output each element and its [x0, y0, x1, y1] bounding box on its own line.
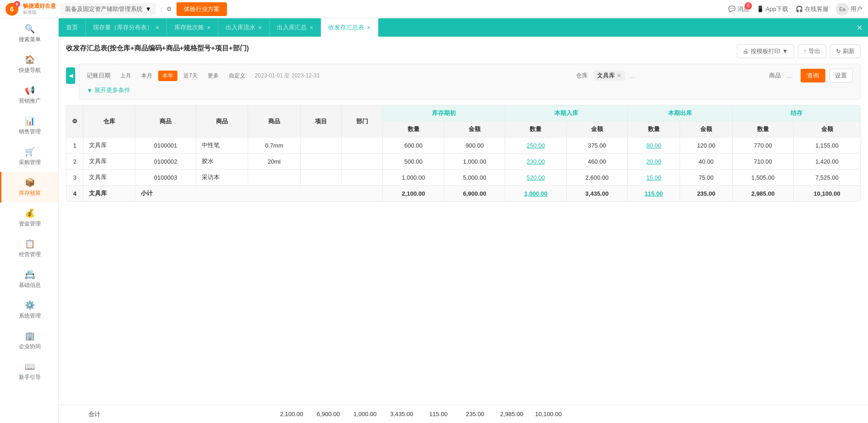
expand-more-btn[interactable]: ▼ 展开更多条件 — [87, 86, 853, 94]
row-close-qty: 1,505.00 — [732, 170, 793, 186]
date-btn-this-month[interactable]: 本月 — [137, 71, 156, 81]
row-out-amt: 75.00 — [680, 170, 732, 186]
row-in-qty[interactable]: 520.00 — [505, 170, 566, 186]
row-close-amt: 7,525.00 — [794, 170, 860, 186]
online-service-item[interactable]: 🎧 在线客服 — [796, 5, 829, 13]
sidebar-item-sales[interactable]: 📊 销售管理 — [0, 110, 58, 141]
sidebar-item-finance[interactable]: 💰 资金管理 — [0, 203, 58, 233]
sidebar-label-basic-info: 基础信息 — [19, 281, 41, 289]
sidebar-item-search[interactable]: 🔍 搜索菜单 — [0, 18, 58, 49]
subtotal-in-qty[interactable]: 1,000.00 — [505, 186, 566, 202]
user-item[interactable]: Ea 用户 — [836, 3, 862, 16]
tab-inout-summary[interactable]: 出入库汇总 ✕ — [270, 18, 321, 37]
subtotal-close-amt: 10,100.00 — [794, 186, 860, 202]
row-spec — [248, 170, 300, 186]
tab-home[interactable]: 首页 — [59, 18, 86, 37]
sidebar-label-sales: 销售管理 — [19, 128, 41, 136]
gear-icon[interactable]: ⚙ — [166, 5, 172, 12]
page-content: 收发存汇总表(按仓库+商品编码+商品+规格型号+项目+部门) 🖨 按模板打印 ▼… — [59, 37, 868, 405]
col-closing-header: 结存 — [732, 105, 860, 121]
filter-collapse[interactable]: ◀ — [66, 64, 75, 99]
close-icon[interactable]: ✕ — [258, 25, 262, 30]
warehouse-dots[interactable]: ... — [630, 72, 636, 79]
row-open-qty: 600.00 — [383, 137, 444, 154]
sidebar-item-enterprise[interactable]: 🏢 企业协同 — [0, 325, 58, 356]
row-out-qty[interactable]: 15.00 — [628, 170, 680, 186]
system-selector[interactable]: 装备及固定资产辅助管理系统 ▼ — [61, 3, 156, 15]
close-icon[interactable]: ✕ — [367, 25, 370, 30]
col-goods-code-header: 商品 — [135, 105, 196, 137]
tab-batch-ledger[interactable]: 库存批次账 ✕ — [167, 18, 218, 37]
row-no: 2 — [66, 154, 83, 170]
row-project — [300, 137, 342, 154]
row-in-qty[interactable]: 250.00 — [505, 137, 566, 154]
sidebar-item-guide[interactable]: 📖 新手引导 — [0, 356, 58, 387]
sidebar-item-purchase[interactable]: 🛒 采购管理 — [0, 141, 58, 172]
warehouse-tag[interactable]: 文具库 ✕ — [593, 71, 625, 81]
row-dept — [342, 170, 383, 186]
row-out-qty[interactable]: 80.00 — [628, 137, 680, 154]
avatar: Ea — [836, 3, 849, 16]
filter-row: 记账日期 上月 本月 本年 近7天 更多 自定义 2023-01-01 至 20… — [87, 69, 853, 82]
trial-button[interactable]: 体验行业方案 — [177, 2, 227, 16]
row-open-amt: 900.00 — [444, 137, 505, 154]
building-icon: 🏢 — [25, 331, 35, 341]
subtotal-in-amt: 3,435.00 — [566, 186, 627, 202]
sidebar-item-system[interactable]: ⚙️ 系统管理 — [0, 295, 58, 325]
subtotal-out-qty[interactable]: 115.00 — [628, 186, 680, 202]
main-layout: 🔍 搜索菜单 🏠 快捷导航 📢 营销推广 📊 销售管理 🛒 采购管理 📦 库存核… — [0, 18, 868, 423]
row-spec: 0.7mm — [248, 137, 300, 154]
top-bar-right: 💬 消息 6 📱 App下载 🎧 在线客服 Ea 用户 — [728, 3, 862, 16]
row-out-amt: 40.00 — [680, 154, 732, 170]
col-goods-name-header: 商品 — [196, 105, 248, 137]
tab-home-label: 首页 — [66, 23, 78, 32]
footer-bar: 合计 2,100.00 6,900.00 1,000.00 3,435.00 1… — [59, 405, 868, 423]
app-subtitle: 畅捷通好生意 — [23, 3, 56, 9]
query-button[interactable]: 查询 — [801, 69, 825, 82]
app-download-item[interactable]: 📱 App下载 — [757, 5, 788, 13]
goods-dots[interactable]: ... — [786, 72, 791, 79]
tab-receive-summary[interactable]: 收发存汇总表 ✕ — [321, 18, 378, 37]
tab-bar-close-btn[interactable]: ✕ — [851, 23, 868, 32]
subtotal-open-amt: 6,900.00 — [444, 186, 505, 202]
remove-warehouse-icon[interactable]: ✕ — [617, 72, 621, 79]
close-icon[interactable]: ✕ — [155, 25, 159, 30]
date-btn-last-month[interactable]: 上月 — [116, 71, 135, 81]
print-button[interactable]: 🖨 按模板打印 ▼ — [737, 44, 794, 58]
message-item[interactable]: 💬 消息 6 — [728, 5, 749, 13]
tab-inout-flow[interactable]: 出入库流水 ✕ — [218, 18, 270, 37]
tab-bar: 首页 现存量（库存分布表） ✕ 库存批次账 ✕ 出入库流水 ✕ 出入库汇总 ✕ … — [59, 18, 868, 37]
date-btn-7days[interactable]: 近7天 — [179, 71, 202, 81]
row-project — [300, 170, 342, 186]
row-dept — [342, 154, 383, 170]
sidebar-item-basic-info[interactable]: 📇 基础信息 — [0, 264, 58, 295]
tab-inventory-dist[interactable]: 现存量（库存分布表） ✕ — [86, 18, 167, 37]
refresh-button[interactable]: ↻ 刷新 — [830, 44, 861, 58]
close-icon[interactable]: ✕ — [310, 25, 313, 30]
headset-icon: 🎧 — [796, 5, 803, 12]
row-name: 采访本 — [196, 170, 248, 186]
clipboard-icon: 📋 — [25, 239, 35, 249]
date-btn-custom[interactable]: 自定义 — [225, 71, 249, 81]
refresh-icon: ↻ — [836, 48, 841, 55]
date-btn-this-year[interactable]: 本年 — [158, 71, 177, 81]
sidebar-item-marketing[interactable]: 📢 营销推广 — [0, 80, 58, 110]
sidebar-label-finance: 资金管理 — [19, 220, 41, 228]
col-project-header: 项目 — [300, 105, 342, 137]
date-btn-more[interactable]: 更多 — [204, 71, 223, 81]
export-button[interactable]: ↑ 导出 — [798, 44, 827, 58]
col-out-amt: 金额 — [680, 121, 732, 137]
sidebar-item-operations[interactable]: 📋 经营管理 — [0, 233, 58, 264]
export-icon: ↑ — [804, 48, 807, 55]
close-icon[interactable]: ✕ — [207, 25, 210, 30]
search-icon: 🔍 — [25, 24, 35, 34]
settings-button[interactable]: 设置 — [829, 69, 853, 82]
expand-icon: ▼ — [87, 87, 93, 94]
sidebar-item-inventory[interactable]: 📦 库存核算 — [0, 172, 58, 203]
row-close-amt: 1,155.00 — [794, 137, 860, 154]
row-out-qty[interactable]: 20.00 — [628, 154, 680, 170]
col-open-qty: 数量 — [383, 121, 444, 137]
money-icon: 💰 — [25, 208, 35, 218]
row-in-qty[interactable]: 230.00 — [505, 154, 566, 170]
sidebar-item-quick-nav[interactable]: 🏠 快捷导航 — [0, 49, 58, 80]
